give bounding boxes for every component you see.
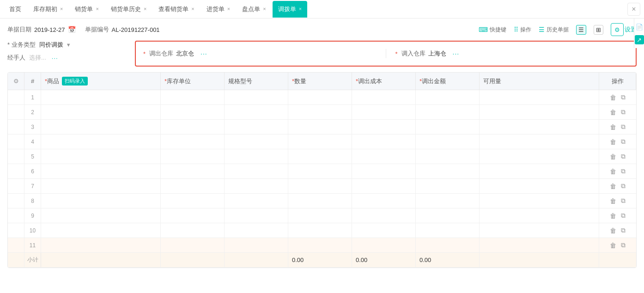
td-row2-product[interactable] xyxy=(41,105,161,119)
td-row11-product[interactable] xyxy=(41,238,161,252)
calendar-icon[interactable]: 📅 xyxy=(68,26,76,33)
td-row6-cost[interactable] xyxy=(352,164,416,178)
warehouse-in-more[interactable]: ··· xyxy=(453,50,460,57)
td-row8-cost[interactable] xyxy=(352,194,416,208)
td-row11-cost[interactable] xyxy=(352,238,416,252)
td-row10-available[interactable] xyxy=(480,223,599,238)
ops-button[interactable]: ⠿ 操作 xyxy=(514,26,531,34)
td-row11-qty[interactable] xyxy=(288,238,352,252)
delete-icon[interactable]: 🗑 xyxy=(609,167,617,176)
td-row1-amount[interactable] xyxy=(416,90,480,104)
tab-sales-history[interactable]: 销货单历史 × xyxy=(105,1,152,18)
td-row7-cost[interactable] xyxy=(352,179,416,193)
td-row7-available[interactable] xyxy=(480,179,599,193)
copy-icon[interactable]: ⧉ xyxy=(620,137,626,146)
td-row2-qty[interactable] xyxy=(288,105,352,119)
shortcut-button[interactable]: ⌨ 快捷键 xyxy=(479,26,506,34)
copy-icon[interactable]: ⧉ xyxy=(620,240,626,250)
td-row2-unit[interactable] xyxy=(161,105,225,119)
td-row9-unit[interactable] xyxy=(161,208,225,223)
td-row8-amount[interactable] xyxy=(416,194,480,208)
td-row4-spec[interactable] xyxy=(225,134,288,149)
td-row10-unit[interactable] xyxy=(161,223,225,238)
td-row3-spec[interactable] xyxy=(225,120,288,134)
delete-icon[interactable]: 🗑 xyxy=(609,211,617,220)
td-row4-qty[interactable] xyxy=(288,134,352,149)
td-row11-available[interactable] xyxy=(480,238,599,252)
td-row11-unit[interactable] xyxy=(161,238,225,252)
td-row7-unit[interactable] xyxy=(161,179,225,193)
doc-date-value[interactable]: 2019-12-27 xyxy=(34,26,65,33)
td-row1-qty[interactable] xyxy=(288,90,352,104)
agent-more-icon[interactable]: ··· xyxy=(52,55,58,61)
td-row6-qty[interactable] xyxy=(288,164,352,178)
td-row9-product[interactable] xyxy=(41,208,161,223)
history-button[interactable]: ☰ 历史单据 xyxy=(539,26,569,34)
td-row3-amount[interactable] xyxy=(416,120,480,134)
warehouse-out-value[interactable]: 北京仓 xyxy=(176,49,194,58)
delete-icon[interactable]: 🗑 xyxy=(609,93,617,102)
td-row1-product[interactable] xyxy=(41,90,161,104)
td-row3-product[interactable] xyxy=(41,120,161,134)
tab-inventory-init[interactable]: 库存期初 × xyxy=(28,1,68,18)
scan-button[interactable]: 扫码录入 xyxy=(62,77,88,85)
td-row2-spec[interactable] xyxy=(225,105,288,119)
delete-icon[interactable]: 🗑 xyxy=(609,137,617,146)
tab-inventory[interactable]: 盘点单 × xyxy=(237,1,271,18)
td-row6-amount[interactable] xyxy=(416,164,480,178)
td-row3-cost[interactable] xyxy=(352,120,416,134)
td-row3-available[interactable] xyxy=(480,120,599,134)
grid-view-button[interactable]: ⊞ xyxy=(594,25,603,35)
tab-transfer[interactable]: 调拨单 × xyxy=(273,1,307,18)
td-row6-spec[interactable] xyxy=(225,164,288,178)
td-row5-qty[interactable] xyxy=(288,149,352,164)
td-row4-product[interactable] xyxy=(41,134,161,149)
tab-inventory-init-close[interactable]: × xyxy=(60,6,63,12)
td-row5-spec[interactable] xyxy=(225,149,288,164)
agent-placeholder[interactable]: 选择... xyxy=(29,54,46,62)
td-row10-cost[interactable] xyxy=(352,223,416,238)
td-row2-cost[interactable] xyxy=(352,105,416,119)
td-row4-amount[interactable] xyxy=(416,134,480,149)
biz-type-select[interactable]: 同价调拨 ▼ xyxy=(39,41,128,49)
td-row3-unit[interactable] xyxy=(161,120,225,134)
td-row8-unit[interactable] xyxy=(161,194,225,208)
td-row1-unit[interactable] xyxy=(161,90,225,104)
td-row9-amount[interactable] xyxy=(416,208,480,223)
td-row8-spec[interactable] xyxy=(225,194,288,208)
td-row6-unit[interactable] xyxy=(161,164,225,178)
window-close-button[interactable]: × xyxy=(627,3,640,16)
delete-icon[interactable]: 🗑 xyxy=(609,226,617,235)
copy-icon[interactable]: ⧉ xyxy=(620,196,626,206)
td-row9-cost[interactable] xyxy=(352,208,416,223)
td-row4-unit[interactable] xyxy=(161,134,225,149)
warehouse-out-more[interactable]: ··· xyxy=(200,50,207,57)
td-row7-amount[interactable] xyxy=(416,179,480,193)
td-row8-product[interactable] xyxy=(41,194,161,208)
td-row4-cost[interactable] xyxy=(352,134,416,149)
tab-home[interactable]: 首页 xyxy=(4,1,27,18)
tab-purchase[interactable]: 进货单 × xyxy=(201,1,236,18)
delete-icon[interactable]: 🗑 xyxy=(609,152,617,161)
td-row10-product[interactable] xyxy=(41,223,161,238)
td-row4-available[interactable] xyxy=(480,134,599,149)
td-row9-qty[interactable] xyxy=(288,208,352,223)
delete-icon[interactable]: 🗑 xyxy=(609,122,617,132)
td-row11-amount[interactable] xyxy=(416,238,480,252)
td-row5-cost[interactable] xyxy=(352,149,416,164)
tab-view-sales-close[interactable]: × xyxy=(191,6,194,12)
td-row5-available[interactable] xyxy=(480,149,599,164)
td-row5-product[interactable] xyxy=(41,149,161,164)
sidebar-export-icon[interactable]: ↗ xyxy=(635,35,644,44)
td-row7-qty[interactable] xyxy=(288,179,352,193)
sidebar-doc-icon[interactable]: 📄 xyxy=(635,22,644,31)
td-row7-product[interactable] xyxy=(41,179,161,193)
td-row10-qty[interactable] xyxy=(288,223,352,238)
copy-icon[interactable]: ⧉ xyxy=(620,122,626,132)
td-row10-amount[interactable] xyxy=(416,223,480,238)
td-row9-spec[interactable] xyxy=(225,208,288,223)
delete-icon[interactable]: 🗑 xyxy=(609,182,617,191)
delete-icon[interactable]: 🗑 xyxy=(609,196,617,206)
tab-view-sales[interactable]: 查看销货单 × xyxy=(153,1,200,18)
td-row7-spec[interactable] xyxy=(225,179,288,193)
